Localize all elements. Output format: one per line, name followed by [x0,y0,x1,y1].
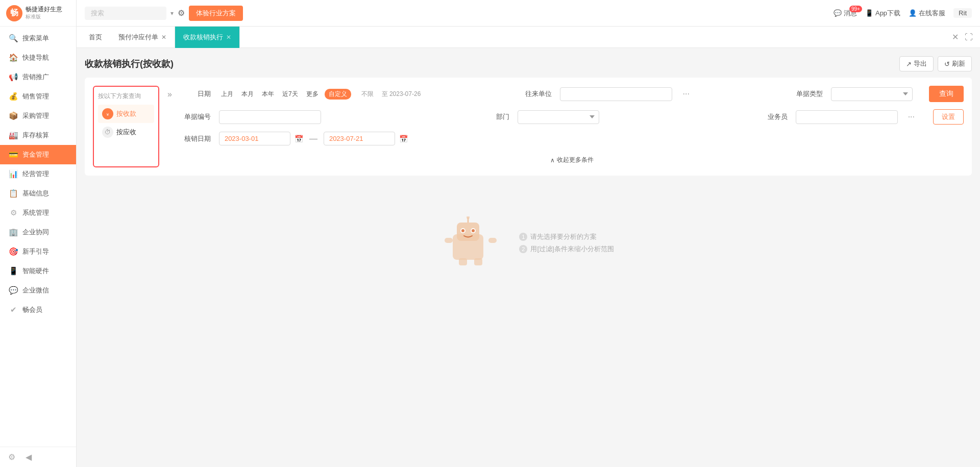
tab-receipt-verify[interactable]: 收款核销执行 ✕ [175,27,240,48]
marketing-icon: 📢 [8,72,18,82]
sidebar-item-inventory[interactable]: 🏭 库存核算 [0,126,76,145]
sidebar-item-guide[interactable]: 🎯 新手引导 [0,242,76,261]
empty-state: 1 请先选择要分析的方案 2 用[过滤]条件来缩小分析范围 [85,176,972,310]
query-button[interactable]: 查询 [929,86,964,102]
verify-date-label: 核销日期 [180,134,211,143]
doc-no-input[interactable] [219,110,321,124]
sidebar-item-label: 基础信息 [22,189,49,198]
search-placeholder: 搜索 [91,9,104,17]
system-icon: ⚙ [8,208,18,217]
filter-collapse-icon[interactable]: » [165,88,174,167]
svg-rect-12 [459,258,467,265]
app-label: App下载 [875,9,900,18]
refresh-button[interactable]: ↺ 刷新 [938,56,972,71]
filter-form: 日期 上月 本月 本年 近7天 更多 自定义 不限 至 2023-07-26 往… [180,86,964,167]
app-download-button[interactable]: 📱 App下载 [865,9,900,18]
guide-icon: 🎯 [8,247,18,256]
sidebar-item-label: 销售管理 [22,92,49,101]
salesman-input[interactable] [796,110,898,124]
page-title: 收款核销执行(按收款) [85,58,174,70]
empty-tip-2: 2 用[过滤]条件来缩小分析范围 [519,244,614,254]
sidebar-item-sales[interactable]: 💰 销售管理 [0,87,76,106]
tab-prepay[interactable]: 预付冲应付单 ✕ [110,27,175,48]
sidebar-item-search[interactable]: 🔍 搜索菜单 [0,29,76,48]
online-service-button[interactable]: 👤 在线客服 [909,9,945,18]
collapse-sidebar-icon[interactable]: ◀ [26,452,32,462]
doc-type-select[interactable] [831,87,913,101]
tab-prepay-close-icon[interactable]: ✕ [161,34,166,41]
sidebar-item-purchase[interactable]: 📦 采购管理 [0,106,76,126]
expand-icon[interactable]: ⛶ [963,31,975,44]
sidebar-item-label: 企业微信 [22,286,49,295]
inventory-icon: 🏭 [8,131,18,140]
settings-button[interactable]: 设置 [933,109,964,125]
counterparty-dots[interactable]: ··· [680,89,691,99]
filter-option-by-receipt[interactable]: ¥ 按收款 [98,105,154,123]
date-this-year[interactable]: 本年 [260,89,276,100]
message-icon: 💬 [834,9,842,17]
close-tab-icon[interactable]: ✕ [950,30,961,44]
sidebar-item-finance[interactable]: 💳 资金管理 [0,145,76,164]
counterparty-label: 往来单位 [521,89,552,99]
message-button[interactable]: 💬 消息 99+ [834,9,857,18]
sidebar-nav: 🔍 搜索菜单 🏠 快捷导航 📢 营销推广 💰 销售管理 📦 采购管理 🏭 库存核… [0,27,76,447]
verify-date-start-cal-icon[interactable]: 📅 [295,135,303,143]
sidebar-item-member[interactable]: ✔ 畅会员 [0,300,76,319]
tab-receipt-verify-close-icon[interactable]: ✕ [226,34,231,41]
logo-icon: 畅 [6,5,22,21]
export-button[interactable]: ↗ 导出 [899,56,934,71]
svg-text:¥: ¥ [106,112,109,117]
topbar-search[interactable]: 搜索 [85,7,166,20]
tab-home[interactable]: 首页 [81,27,110,48]
sidebar-item-label: 采购管理 [22,111,49,120]
sidebar-item-system[interactable]: ⚙ 系统管理 [0,203,76,223]
verify-date-start-input[interactable] [219,132,290,145]
topbar-chevron-icon[interactable]: ▾ [170,10,174,17]
filter-panel: 按以下方案查询 ¥ 按收款 ⏱ 按应收 » 日期 [85,78,972,176]
sidebar-item-marketing[interactable]: 📢 营销推广 [0,67,76,87]
sidebar-item-enterprise[interactable]: 🏢 企业协同 [0,223,76,242]
collapse-more-btn[interactable]: ∧ 收起更多条件 [180,153,964,167]
filter-row-2: 单据编号 部门 业务员 ··· 设置 [180,109,964,125]
date-last-month[interactable]: 上月 [219,89,235,100]
sidebar-item-wechat[interactable]: 💬 企业微信 [0,281,76,300]
salesman-dots[interactable]: ··· [906,112,917,121]
date-to-text: 至 2023-07-26 [382,90,421,99]
sidebar-item-quick-nav[interactable]: 🏠 快捷导航 [0,48,76,67]
date-this-month[interactable]: 本月 [239,89,256,100]
dept-select[interactable] [518,110,599,124]
solution-button[interactable]: 体验行业方案 [189,6,243,21]
wechat-icon: 💬 [8,286,18,295]
sidebar-item-hardware[interactable]: 📱 智能硬件 [0,261,76,281]
user-menu[interactable]: Rit [953,8,972,18]
sidebar-item-label: 系统管理 [22,208,49,217]
sidebar-item-basic[interactable]: 📋 基础信息 [0,184,76,203]
filter-sidebar: 按以下方案查询 ¥ 按收款 ⏱ 按应收 [93,86,159,167]
counterparty-input[interactable] [560,87,672,101]
service-icon: 👤 [909,9,917,17]
sidebar-logo: 畅 畅捷通好生意 标准版 [0,0,76,27]
collapse-up-icon: ∧ [550,157,555,164]
topbar-gear-icon[interactable]: ⚙ [178,8,185,18]
date-more[interactable]: 更多 [304,89,321,100]
verify-date-end-input[interactable] [324,132,395,145]
settings-icon[interactable]: ⚙ [8,452,15,462]
filter-sidebar-title: 按以下方案查询 [98,92,154,101]
filter-option-by-receivable[interactable]: ⏱ 按应收 [98,123,154,141]
svg-point-9 [467,216,470,219]
svg-rect-10 [445,238,453,243]
sidebar-item-label: 畅会员 [22,305,42,314]
tab-home-label: 首页 [89,33,102,42]
svg-point-7 [472,229,475,232]
sidebar-item-business[interactable]: 📊 经营管理 [0,164,76,184]
date-7days[interactable]: 近7天 [280,89,300,100]
date-no-limit: 不限 [361,90,374,99]
page-actions: ↗ 导出 ↺ 刷新 [899,56,972,71]
user-label: Rit [959,9,967,17]
verify-date-end-cal-icon[interactable]: 📅 [399,135,408,143]
settings-action: 设置 [933,109,964,125]
filter-row-1: 日期 上月 本月 本年 近7天 更多 自定义 不限 至 2023-07-26 往… [180,86,964,102]
refresh-icon: ↺ [944,60,950,68]
message-badge: 99+ [849,6,862,12]
date-custom[interactable]: 自定义 [325,89,351,100]
